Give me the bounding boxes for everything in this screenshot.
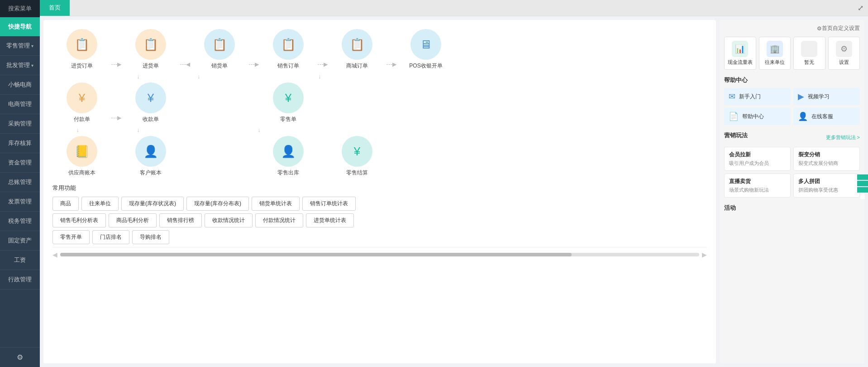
help-label: 新手入门 [739,93,761,101]
func-btn-付款情况统计[interactable]: 付款情况统计 [255,213,303,227]
left-panel: 📋进货订单▶📋进货单◀📋销货单▶📋销售订单▶📋商城订单▶🖥POS收银开单 ↓↓↓… [43,20,716,363]
sidebar-item-总账管理[interactable]: 总账管理 [0,173,40,192]
func-row-3: 零售开单门店排名导购排名 [52,230,707,244]
flow-node-POS收银开单[interactable]: 🖥POS收银开单 [396,29,455,70]
quick-card-label: 暂无 [804,59,814,66]
sidebar-settings[interactable]: ⚙ [0,347,40,367]
flow-row-3: 📒供应商账本👤客户账本👤零售出库¥零售结算 [52,136,707,177]
sidebar: 搜索菜单 快捷导航 零售管理▾批发管理▾小畅电商电商管理采购管理库存核算资金管理… [0,0,40,367]
sidebar-item-库存核算[interactable]: 库存核算 [0,134,40,153]
func-btn-现存量(库存分布表)[interactable]: 现存量(库存分布表) [186,197,249,211]
marketing-grid: 会员拉新吸引用户成为会员裂变分销裂变式发展分销商直播卖货场景式购物新玩法多人拼团… [724,147,860,198]
mkt-title: 多人拼团 [798,178,855,185]
func-btn-现存量(库存状况表)[interactable]: 现存量(库存状况表) [121,197,184,211]
float-btn-桌面快捷[interactable]: 桌面快捷 [857,187,868,193]
mkt-title: 直播卖货 [729,178,786,185]
func-btn-导购排名[interactable]: 导购排名 [132,230,169,244]
flow-row-2: ¥付款单▶¥收款单¥零售单 [52,82,707,123]
tab-expand-icon[interactable]: ⤢ [853,0,868,16]
sidebar-item-批发管理[interactable]: 批发管理▾ [0,56,40,75]
help-grid: ✉新手入门▶视频学习📄帮助中心👤在线客服 [724,88,860,125]
sidebar-item-行政管理[interactable]: 行政管理 [0,270,40,290]
tab-home[interactable]: 首页 [40,0,70,16]
quick-card-现金流量表[interactable]: 📊现金流量表 [724,37,756,70]
sidebar-quick-nav[interactable]: 快捷导航 [0,17,40,36]
flow-node-销货单[interactable]: 📋销货单 [190,29,249,70]
sidebar-item-税务管理[interactable]: 税务管理 [0,212,40,231]
v-arrow-1-0 [52,70,103,82]
help-card-在线客服[interactable]: 👤在线客服 [793,108,860,125]
help-label: 在线客服 [811,113,833,121]
func-btn-销售排行榜[interactable]: 销售排行榜 [159,213,202,227]
help-card-视频学习[interactable]: ▶视频学习 [793,88,860,105]
float-btn-客服热线[interactable]: 客服热线 [857,174,868,180]
customize-label[interactable]: 首页自定义设置 [822,24,860,32]
flow-node-销售订单[interactable]: 📋销售订单 [259,29,318,70]
quick-card-label: 设置 [839,59,849,66]
flow-node-零售出库[interactable]: 👤零售出库 [259,136,318,177]
sidebar-item-小畅电商[interactable]: 小畅电商 [0,75,40,95]
sidebar-item-零售管理[interactable]: 零售管理▾ [0,36,40,56]
sidebar-item-固定资产[interactable]: 固定资产 [0,231,40,251]
func-btn-进货单统计表[interactable]: 进货单统计表 [306,213,354,227]
v-arrow-1-5 [355,70,405,82]
float-btn-服务社区[interactable]: 服务社区 [857,181,868,186]
sidebar-item-工资[interactable]: 工资 [0,251,40,270]
func-btn-往来单位[interactable]: 往来单位 [81,197,119,211]
marketing-more[interactable]: 更多营销玩法 > [826,134,860,141]
v-arrow-2-0: ↓ [52,123,103,136]
common-functions: 常用功能 商品往来单位现存量(库存状况表)现存量(库存分布表)销货单统计表销售订… [52,184,707,244]
flow-node-收款单[interactable]: ¥收款单 [121,82,180,123]
func-btn-收款情况统计[interactable]: 收款情况统计 [205,213,253,227]
quick-card-设置[interactable]: ⚙设置 [828,37,860,70]
sidebar-item-电商管理[interactable]: 电商管理 [0,95,40,114]
往来单位-icon: 🏢 [767,41,783,57]
func-btn-销货单统计表[interactable]: 销货单统计表 [252,197,300,211]
quick-nav-cards: 📊现金流量表🏢往来单位暂无⚙设置 [724,37,860,70]
mkt-card-直播卖货[interactable]: 直播卖货场景式购物新玩法 [724,174,791,198]
新手入门-icon: ✉ [729,92,735,101]
mkt-card-裂变分销[interactable]: 裂变分销裂变式发展分销商 [793,147,860,171]
现金流量表-icon: 📊 [732,41,748,57]
func-btn-门店排名[interactable]: 门店排名 [92,230,129,244]
func-btn-商品[interactable]: 商品 [52,197,79,211]
v-arrow-2-4 [295,123,345,136]
sidebar-item-资金管理[interactable]: 资金管理 [0,153,40,173]
scrollbar[interactable]: ◀ ▶ [52,247,707,262]
flow-node-商城订单[interactable]: 📋商城订单 [328,29,386,70]
mkt-desc: 拼团购物享受优惠 [798,187,855,193]
flow-node-零售结算[interactable]: ¥零售结算 [328,136,386,177]
func-btn-商品毛利分析[interactable]: 商品毛利分析 [109,213,157,227]
flow-node-客户账本[interactable]: 👤客户账本 [121,136,180,177]
quick-card-往来单位[interactable]: 🏢往来单位 [759,37,791,70]
flow-node-进货单[interactable]: 📋进货单 [121,29,180,70]
sidebar-search[interactable]: 搜索菜单 [0,0,40,17]
flow-node-供应商账本[interactable]: 📒供应商账本 [52,136,111,177]
flow-node-零售单[interactable]: ¥零售单 [259,82,318,123]
help-card-新手入门[interactable]: ✉新手入门 [724,88,791,105]
flow-node-付款单[interactable]: ¥付款单 [52,82,111,123]
flow-node-进货订单[interactable]: 📋进货订单 [52,29,111,70]
sidebar-item-发票管理[interactable]: 发票管理 [0,192,40,212]
mkt-card-会员拉新[interactable]: 会员拉新吸引用户成为会员 [724,147,791,171]
sidebar-item-采购管理[interactable]: 采购管理 [0,114,40,134]
v-arrow-1-4: ↓ [295,70,345,82]
tab-bar: 首页 ⤢ [40,0,868,16]
暂无-icon [801,41,817,57]
customize-header: ⚙ 首页自定义设置 [724,24,860,32]
func-btn-零售开单[interactable]: 零售开单 [52,230,90,244]
help-label: 帮助中心 [742,113,764,121]
activity-title: 活动 [724,204,860,212]
v-arrows-2: ↓↓↓ [52,123,405,136]
mkt-card-多人拼团[interactable]: 多人拼团拼团购物享受优惠 [793,174,860,198]
设置-icon: ⚙ [836,41,852,57]
func-row-2: 销售毛利分析表商品毛利分析销售排行榜收款情况统计付款情况统计进货单统计表 [52,213,707,227]
v-arrows-1: ↓↓↓ [52,70,405,82]
content-area: 📋进货订单▶📋进货单◀📋销货单▶📋销售订单▶📋商城订单▶🖥POS收银开单 ↓↓↓… [40,16,868,367]
func-btn-销售订单统计表[interactable]: 销售订单统计表 [302,197,356,211]
mkt-desc: 吸引用户成为会员 [729,160,786,167]
quick-card-暂无[interactable]: 暂无 [793,37,825,70]
func-row-1: 商品往来单位现存量(库存状况表)现存量(库存分布表)销货单统计表销售订单统计表 [52,197,707,211]
help-card-帮助中心[interactable]: 📄帮助中心 [724,108,791,125]
func-btn-销售毛利分析表[interactable]: 销售毛利分析表 [52,213,106,227]
